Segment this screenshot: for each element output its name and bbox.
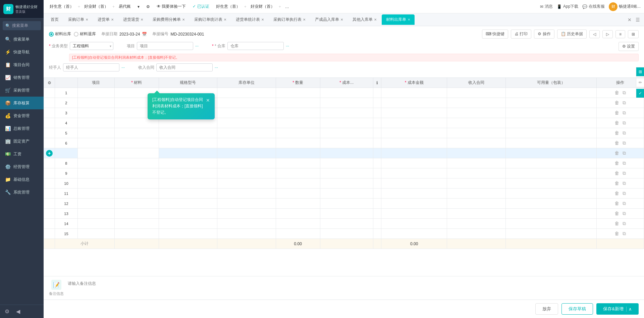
grid-view-btn[interactable]: ⊞ (628, 30, 639, 38)
add-row-btn[interactable]: + (46, 150, 53, 157)
tooltip-close-btn[interactable]: ✕ (206, 97, 210, 104)
save-new-btn[interactable]: 保存&新增 ∧ (596, 303, 639, 315)
col-settings-header[interactable]: ⚙ (44, 78, 55, 88)
sidebar-item-basic[interactable]: 📁基础信息 (0, 173, 44, 186)
sidebar-item-system[interactable]: 🔧系统管理 (0, 186, 44, 199)
history-btn[interactable]: 📋 历史单据 (557, 30, 587, 39)
settings-icon[interactable]: ⚙ (5, 308, 9, 315)
col-cost-info-header[interactable]: ℹ (373, 78, 381, 88)
collapse-icon[interactable]: ◀ (16, 308, 20, 315)
topbar-dropdown[interactable]: ▾ (135, 3, 142, 10)
delete-row-icon[interactable]: 🗑 (613, 211, 620, 216)
radio-warehouse-return[interactable]: 材料退库 (74, 31, 96, 37)
copy-row-icon[interactable]: ⧉ (622, 191, 627, 196)
tab-close-icon[interactable]: ✕ (261, 18, 264, 21)
tab-close-icon[interactable]: ✕ (224, 18, 226, 21)
radio-warehouse-out[interactable]: 材料出库 (49, 31, 71, 37)
tab-材料出库单[interactable]: 材料出库单✕ (382, 14, 415, 25)
topbar-bs2[interactable]: 好生意（首） (213, 2, 243, 11)
copy-row-icon[interactable]: ⧉ (622, 150, 627, 156)
income-dots-btn[interactable]: ··· (215, 65, 218, 70)
sidebar-item-search[interactable]: 🔍搜索菜单 (0, 33, 44, 46)
topbar-good-finance[interactable]: 好业财（首） (82, 2, 111, 11)
next-doc-btn[interactable]: ▷ (602, 30, 613, 38)
message-btn[interactable]: ✉ 消息 (540, 4, 553, 9)
delete-row-icon[interactable]: 🗑 (613, 100, 620, 105)
tabbar-menu-btn[interactable]: ☰ (634, 16, 641, 24)
topbar-trial[interactable]: 👁 我要体验一下 (154, 2, 189, 11)
sidebar-item-purchase[interactable]: 🛒采购管理 (0, 84, 44, 97)
delete-row-icon[interactable]: 🗑 (613, 160, 620, 166)
copy-row-icon[interactable]: ⧉ (622, 180, 627, 186)
right-tool-expand[interactable]: ⊞ (636, 67, 644, 76)
copy-row-icon[interactable]: ⧉ (622, 231, 627, 236)
delete-row-icon[interactable]: 🗑 (613, 130, 620, 136)
tab-首页[interactable]: 首页 (46, 14, 63, 25)
delete-row-icon[interactable]: 🗑 (613, 221, 620, 226)
tab-进货单[interactable]: 进货单✕ (93, 14, 118, 25)
warehouse-input[interactable] (227, 42, 284, 50)
sidebar-item-account[interactable]: 📊总账管理 (0, 122, 44, 135)
sidebar-item-project[interactable]: 📋项目合同 (0, 58, 44, 71)
delete-row-icon[interactable]: 🗑 (613, 231, 620, 236)
topbar-easy-account[interactable]: 易代账 (116, 2, 133, 11)
delete-row-icon[interactable]: 🗑 (613, 150, 620, 156)
tab-采购订单统计表[interactable]: 采购订单统计表✕ (190, 14, 231, 25)
income-contract-input[interactable] (156, 63, 213, 71)
notes-input[interactable] (68, 280, 639, 287)
tab-close-icon[interactable]: ✕ (141, 18, 143, 21)
topbar-settings-icon[interactable]: ⚙ (144, 3, 153, 10)
sidebar-item-capital[interactable]: 💰资金管理 (0, 109, 44, 122)
right-tool-pencil[interactable]: ✏ (636, 78, 644, 87)
tab-close-icon[interactable]: ✕ (408, 18, 410, 21)
sidebar-item-shortcut[interactable]: ⚡快捷导航 (0, 46, 44, 58)
copy-row-icon[interactable]: ⧉ (622, 140, 627, 146)
copy-row-icon[interactable]: ⧉ (622, 170, 627, 176)
sidebar-search[interactable]: 🔍 搜索菜单 (3, 21, 41, 30)
operation-btn[interactable]: ⚙ 操作 (534, 30, 554, 39)
discard-btn[interactable]: 放弃 (535, 303, 558, 315)
delete-row-icon[interactable]: 🗑 (613, 180, 620, 186)
tab-close-icon[interactable]: ✕ (340, 18, 343, 21)
sidebar-item-operation[interactable]: ⚙️经营管理 (0, 160, 44, 173)
tab-进货退货[interactable]: 进货退货✕ (119, 14, 148, 25)
sidebar-item-asset[interactable]: 🏢固定资产 (0, 135, 44, 148)
copy-row-icon[interactable]: ⧉ (622, 120, 627, 125)
handler-dots-btn[interactable]: ··· (121, 65, 125, 70)
tab-其他入库单[interactable]: 其他入库单✕ (348, 14, 381, 25)
copy-row-icon[interactable]: ⧉ (622, 211, 627, 216)
print-btn[interactable]: 🖨 打印 (511, 30, 531, 39)
project-input[interactable] (137, 42, 193, 50)
delete-row-icon[interactable]: 🗑 (613, 90, 620, 95)
calendar-icon[interactable]: 📅 (142, 32, 147, 37)
handler-input[interactable] (63, 63, 119, 71)
business-type-select[interactable]: 工程领料 直接领料 (70, 42, 113, 50)
copy-row-icon[interactable]: ⧉ (622, 90, 627, 95)
close-tab-btn[interactable]: ✕ (626, 16, 633, 24)
topbar-more[interactable]: … (282, 3, 292, 10)
delete-row-icon[interactable]: 🗑 (613, 201, 620, 206)
sidebar-item-sales[interactable]: 📈销售管理 (0, 71, 44, 84)
copy-row-icon[interactable]: ⧉ (622, 110, 627, 115)
tab-close-icon[interactable]: ✕ (303, 18, 306, 21)
tab-采购订单执行表[interactable]: 采购订单执行表✕ (269, 14, 310, 25)
tab-close-icon[interactable]: ✕ (182, 18, 185, 21)
delete-row-icon[interactable]: 🗑 (613, 110, 620, 115)
delete-row-icon[interactable]: 🗑 (613, 120, 620, 125)
delete-row-icon[interactable]: 🗑 (613, 170, 620, 176)
tab-进货单统计表[interactable]: 进货单统计表✕ (231, 14, 268, 25)
tab-采购费用分摊单[interactable]: 采购费用分摊单✕ (148, 14, 189, 25)
warehouse-dots-btn[interactable]: ··· (286, 44, 289, 48)
copy-row-icon[interactable]: ⧉ (622, 100, 627, 105)
topbar-bf2[interactable]: 好业财（首） (248, 2, 277, 11)
tab-产成品入库单[interactable]: 产成品入库单✕ (311, 14, 347, 25)
tab-close-icon[interactable]: ✕ (86, 18, 88, 21)
delete-row-icon[interactable]: 🗑 (613, 140, 620, 146)
shortcut-key-btn[interactable]: ⌨ 快捷键 (482, 30, 508, 39)
copy-row-icon[interactable]: ⧉ (622, 201, 627, 206)
settings-btn[interactable]: ⚙ 设置 (619, 42, 639, 51)
save-dropdown-icon[interactable]: ∧ (626, 307, 632, 312)
tab-采购订单[interactable]: 采购订单✕ (64, 14, 93, 25)
save-draft-btn[interactable]: 保存草稿 (561, 303, 593, 315)
user-profile[interactable]: 财 畅捷通8账... (609, 2, 641, 11)
